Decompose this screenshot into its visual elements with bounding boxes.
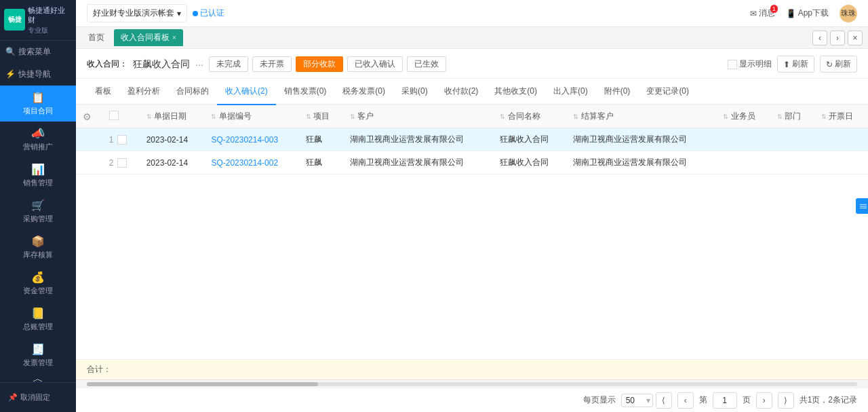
general-account-icon: 📒 — [31, 307, 45, 320]
row-customer: 湖南卫视商业运营发展有限公司 — [343, 151, 493, 174]
header-left: 好业财专业版演示帐套 ▾ 已认证 — [87, 4, 224, 22]
contract-title: 狂飙收入合同 — [133, 58, 190, 71]
tab-income-contract[interactable]: 收入合同看板 × — [114, 29, 183, 46]
status-tag-uncompleted[interactable]: 未完成 — [209, 56, 248, 72]
table-header-row: ⚙ ⇅ 单据日期 ⇅ 单据编号 ⇅ 项目 ⇅ 客户 ⇅ 合同名称 ⇅ 结算客户 … — [76, 105, 868, 128]
sidebar-item-label: 项目合同 — [23, 106, 53, 116]
row-project: 狂飙 — [299, 128, 343, 151]
sidebar-item-label: 营销推广 — [23, 142, 53, 152]
sidebar-item-inventory[interactable]: 📦库存核算 — [0, 229, 76, 265]
tab-home[interactable]: 首页 — [81, 29, 111, 46]
table-row[interactable]: 2 2023-02-14 SQ-20230214-002 狂飙 湖南卫视商业运营… — [76, 151, 868, 174]
page-size-select[interactable]: 102050100 — [621, 394, 653, 407]
row-contract-name: 狂飙收入合同 — [493, 128, 566, 151]
sub-tab-payment[interactable]: 收付款(2) — [436, 79, 487, 105]
tab-next-btn[interactable]: › — [830, 31, 845, 45]
sidebar-bottom: 📌 取消固定 — [0, 382, 76, 412]
logo-icon: 畅捷 — [4, 9, 25, 31]
row-checkbox[interactable] — [117, 158, 127, 168]
sidebar-item-tax[interactable]: 🏛税务管理 — [0, 373, 76, 382]
status-tag-uninvoiced[interactable]: 未开票 — [252, 56, 292, 72]
page-last-btn[interactable]: ⟩ — [778, 392, 794, 409]
capital-icon: 💰 — [31, 271, 45, 284]
message-action[interactable]: ✉ 消息 1 — [750, 7, 775, 19]
pagination: 每页显示 102050100 ▾ ⟨ ‹ 第 页 › ⟩ 共1页，2条记录 — [76, 388, 868, 412]
row-department — [770, 128, 814, 151]
toggle-detail-checkbox[interactable] — [728, 60, 737, 69]
sidebar-item-marketing[interactable]: 📣营销推广 — [0, 121, 76, 157]
sub-tab-attachments[interactable]: 附件(0) — [596, 79, 639, 105]
sub-tab-other_income[interactable]: 其他收支(0) — [486, 79, 545, 105]
row-customer: 湖南卫视商业运营发展有限公司 — [343, 128, 493, 151]
tab-close-icon[interactable]: × — [172, 34, 176, 41]
refresh-icon: ↻ — [826, 60, 833, 69]
sub-tab-change_log[interactable]: 变更记录(0) — [638, 79, 697, 105]
page-first-btn[interactable]: ⟨ — [656, 392, 672, 409]
avatar[interactable]: 珠珠 — [840, 5, 857, 22]
contract-header: 收入合同： 狂飙收入合同 ··· 未完成未开票部分收款已收入确认已生效 显示明细… — [76, 49, 868, 79]
horizontal-scrollbar[interactable] — [76, 379, 868, 388]
scrollbar-thumb[interactable] — [87, 382, 318, 386]
project-contract-icon: 📋 — [31, 91, 45, 104]
verified-badge: 已认证 — [193, 7, 224, 19]
sub-tab-sales_invoice[interactable]: 销售发票(0) — [276, 79, 335, 105]
sidebar-item-general-account[interactable]: 📒总账管理 — [0, 301, 76, 337]
sidebar-item-capital[interactable]: 💰资金管理 — [0, 265, 76, 301]
sub-tab-contract_standard[interactable]: 合同标的 — [168, 79, 217, 105]
sidebar-item-project-contract[interactable]: 📋项目合同 — [0, 86, 76, 121]
status-tag-confirmed[interactable]: 已收入确认 — [347, 56, 403, 72]
sidebar-item-invoice[interactable]: 🧾发票管理 — [0, 337, 76, 373]
export-btn[interactable]: ⬆ 刷新 — [777, 56, 814, 73]
refresh-btn[interactable]: ↻ 刷新 — [820, 56, 857, 73]
right-action-icon[interactable]: ||| — [856, 198, 868, 214]
page-prev-btn[interactable]: ‹ — [677, 392, 694, 409]
sub-tab-purchase[interactable]: 采购(0) — [393, 79, 436, 105]
page-next-btn[interactable]: › — [756, 392, 772, 409]
pin-icon: 📌 — [8, 393, 18, 402]
status-tag-partial[interactable]: 部分收款 — [296, 56, 343, 72]
th-contract-name: ⇅ 合同名称 — [493, 105, 566, 128]
toggle-detail-label[interactable]: 显示明细 — [728, 58, 772, 70]
sidebar-item-label: 采购管理 — [23, 214, 53, 224]
tab-prev-btn[interactable]: ‹ — [812, 31, 827, 45]
row-open-date — [814, 128, 868, 151]
sidebar-quicknav-item[interactable]: ⚡ 快捷导航 — [0, 63, 76, 86]
status-tag-effective[interactable]: 已生效 — [407, 56, 446, 72]
logo-text: 畅捷通好业财 专业版 — [28, 5, 72, 35]
company-name: 好业财专业版演示帐套 — [93, 7, 174, 19]
page-number-input[interactable] — [713, 392, 737, 409]
sub-tab-tax_invoice[interactable]: 税务发票(0) — [334, 79, 393, 105]
sidebar-item-label: 销售管理 — [23, 178, 53, 188]
unpin-item[interactable]: 📌 取消固定 — [5, 388, 71, 407]
row-icon-cell — [76, 151, 102, 174]
status-tags: 未完成未开票部分收款已收入确认已生效 — [209, 56, 446, 72]
row-doc-link[interactable]: SQ-20230214-002 — [211, 158, 278, 168]
sub-tab-income_confirm[interactable]: 收入确认(2) — [217, 79, 276, 105]
select-all-checkbox[interactable] — [109, 111, 119, 120]
tab-close-btn[interactable]: × — [848, 31, 863, 45]
contract-label: 收入合同： — [87, 58, 127, 70]
contract-more-btn[interactable]: ··· — [195, 59, 203, 70]
row-checkbox[interactable] — [117, 135, 127, 145]
th-number: ⇅ 单据编号 — [204, 105, 299, 128]
page-size-selector: 102050100 ▾ — [621, 394, 650, 407]
row-date: 2023-02-14 — [140, 128, 205, 151]
table-row[interactable]: 1 2023-02-14 SQ-20230214-003 狂飙 湖南卫视商业运营… — [76, 128, 868, 151]
table-container: ⚙ ⇅ 单据日期 ⇅ 单据编号 ⇅ 项目 ⇅ 客户 ⇅ 合同名称 ⇅ 结算客户 … — [76, 105, 868, 359]
invoice-icon: 🧾 — [31, 343, 45, 356]
sub-tab-profit[interactable]: 盈利分析 — [119, 79, 168, 105]
sidebar-item-sales[interactable]: 📊销售管理 — [0, 157, 76, 193]
sidebar-item-purchase[interactable]: 🛒采购管理 — [0, 193, 76, 229]
sidebar-search-item[interactable]: 🔍 搜索菜单 — [0, 41, 76, 63]
company-selector[interactable]: 好业财专业版演示帐套 ▾ — [87, 4, 187, 22]
sub-tab-inout_storage[interactable]: 出入库(0) — [545, 79, 596, 105]
row-doc-link[interactable]: SQ-20230214-003 — [211, 135, 278, 145]
lightning-icon: ⚡ — [5, 69, 16, 79]
gear-icon[interactable]: ⚙ — [83, 111, 92, 122]
total-row: 合计： — [87, 364, 857, 375]
th-department: ⇅ 部门 — [770, 105, 814, 128]
app-download-action[interactable]: 📱 App下载 — [786, 7, 829, 19]
sub-tab-board[interactable]: 看板 — [87, 79, 119, 105]
sidebar-logo: 畅捷 畅捷通好业财 专业版 — [0, 0, 76, 41]
phone-icon: 📱 — [786, 9, 796, 18]
